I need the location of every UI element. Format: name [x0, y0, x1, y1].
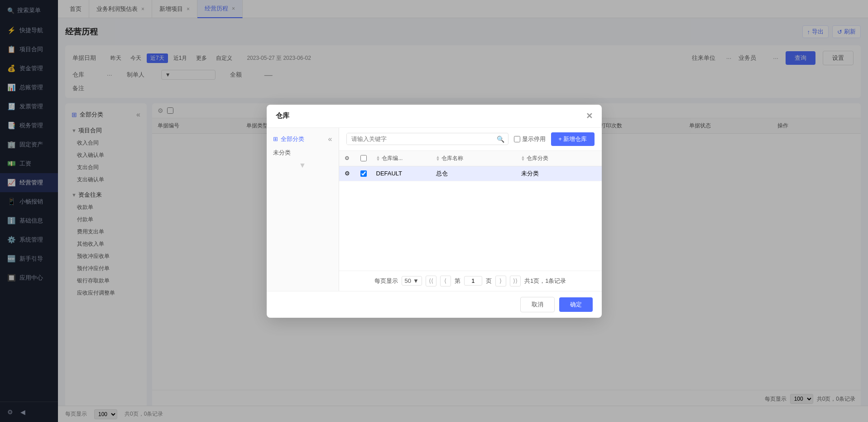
dialog-title: 仓库	[276, 112, 289, 120]
dialog-grid-icon: ⊞	[273, 136, 278, 142]
dialog-table-body: ⚙ DEFAULT 总仓 未分类	[339, 166, 602, 271]
row-settings-icon: ⚙	[339, 167, 355, 180]
row-category: 未分类	[517, 166, 602, 181]
dialog-pagination: 每页显示 50 ▼ ⟨⟨ ⟨ 第 页 ⟩ ⟩⟩ 共1页，1条记录	[339, 271, 602, 291]
dialog-toolbar: 🔍 显示停用 + 新增仓库	[339, 128, 602, 151]
dialog-th-category: ▲▼ 仓库分类	[517, 151, 602, 166]
dialog-th-check	[355, 151, 372, 166]
dialog-table-header: ⚙ ▲▼ 仓库编... ▲▼ 仓库名称 ▲▼ 仓库分类	[339, 151, 602, 166]
warehouse-dialog: 仓库 ✕ ⊞ 全部分类 « 未分类 ▼	[267, 105, 602, 318]
row-checkbox[interactable]	[360, 170, 367, 177]
dialog-main: 🔍 显示停用 + 新增仓库 ⚙ ▲▼ 仓库编...	[339, 128, 602, 291]
dialog-select-all[interactable]	[360, 155, 367, 161]
dialog-sidebar: ⊞ 全部分类 « 未分类 ▼	[267, 128, 339, 291]
dialog-search-icon: 🔍	[493, 136, 508, 143]
dialog-search-input[interactable]	[347, 133, 494, 145]
dialog-sidebar-items: 未分类	[267, 146, 339, 160]
dialog-per-page-label: 每页显示	[374, 277, 398, 285]
dialog-first-page-btn[interactable]: ⟨⟨	[426, 276, 436, 286]
dialog-page-info: 共1页，1条记录	[524, 277, 566, 285]
show-disabled-label[interactable]: 显示停用	[514, 135, 546, 143]
modal-overlay: 仓库 ✕ ⊞ 全部分类 « 未分类 ▼	[0, 0, 868, 422]
confirm-button[interactable]: 确定	[559, 297, 593, 312]
cancel-button[interactable]: 取消	[520, 297, 555, 312]
dialog-search-box: 🔍	[346, 133, 509, 145]
dialog-actions: 取消 确定	[267, 291, 602, 318]
dialog-sidebar-collapse[interactable]: «	[328, 135, 332, 143]
dialog-page-size-dropdown[interactable]: 50 ▼	[402, 276, 422, 286]
row-id: DEFAULT	[372, 167, 432, 180]
show-disabled-checkbox[interactable]	[514, 136, 520, 142]
dialog-sidebar-title: 全部分类	[281, 135, 304, 143]
dialog-next-page-btn[interactable]: ⟩	[495, 276, 506, 286]
row-name: 总仓	[432, 166, 517, 181]
dialog-th-name: ▲▼ 仓库名称	[432, 151, 517, 166]
dialog-table-row[interactable]: ⚙ DEFAULT 总仓 未分类	[339, 166, 602, 181]
dialog-sidebar-scroll: ▼	[267, 160, 339, 171]
dialog-close-button[interactable]: ✕	[586, 111, 593, 121]
dialog-last-page-btn[interactable]: ⟩⟩	[510, 276, 521, 286]
dialog-sidebar-item-unclassified[interactable]: 未分类	[267, 146, 339, 160]
dialog-body: ⊞ 全部分类 « 未分类 ▼ 🔍	[267, 128, 602, 291]
dialog-prev-page-btn[interactable]: ⟨	[440, 276, 451, 286]
dialog-sidebar-header: ⊞ 全部分类 «	[267, 132, 339, 146]
add-warehouse-button[interactable]: + 新增仓库	[551, 132, 594, 146]
dialog-th-id: ▲▼ 仓库编...	[372, 151, 432, 166]
dialog-header: 仓库 ✕	[267, 105, 602, 128]
dialog-th-settings: ⚙	[339, 151, 355, 166]
row-checkbox-cell[interactable]	[355, 167, 372, 180]
dialog-page-input[interactable]	[464, 276, 482, 286]
